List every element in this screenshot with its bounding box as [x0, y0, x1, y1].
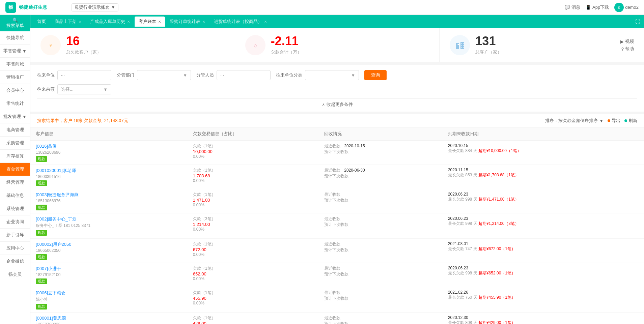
tab-customer-account-close[interactable]: ✕: [158, 20, 161, 24]
retail-mgmt-label: 零售管理: [3, 48, 21, 54]
sidebar-item-retail-stats[interactable]: 零售统计: [0, 97, 30, 110]
sidebar-item-retail-mgmt[interactable]: 零售管理 ▼: [0, 45, 30, 58]
tab-purchase-order-close[interactable]: ✕: [202, 20, 205, 24]
filter-dept: 分管部门 ▼: [117, 70, 191, 80]
refresh-dot-icon: [624, 119, 627, 122]
stat-info-debt-customers: 16 总欠款客户（家）: [66, 35, 101, 55]
stat-card-total-customers: 131 总客户（家） ▶ 视频 ? 帮助: [440, 28, 644, 62]
store-dropdown-icon: ▼: [111, 5, 115, 10]
search-button[interactable]: 查询: [364, 70, 387, 80]
sidebar-item-finance[interactable]: 资金管理: [0, 163, 30, 176]
balance-placeholder: 选择...: [61, 86, 74, 92]
refresh-btn[interactable]: 刷新: [624, 118, 637, 124]
sidebar-item-quick-nav[interactable]: 快捷导航: [0, 31, 30, 45]
result-middle: 欠款金额: [84, 118, 103, 123]
phone-icon: 📱: [586, 5, 591, 10]
user-name: demo2: [625, 5, 639, 10]
cell-customer-3: [0002]服务中心_丁磊 服务中心_丁磊 181 0125 8371 现款: [30, 213, 188, 239]
overdue-amount-3[interactable]: 超期¥1,214.00（3笔）: [478, 221, 519, 226]
table-toolbar: 搜索结果中，客户 16家 欠款金额 -21,148.07元 排序：按欠款金额倒序…: [30, 114, 644, 127]
sidebar-item-member[interactable]: 会员中心: [0, 84, 30, 97]
sidebar-search[interactable]: 🔍 搜索菜单: [0, 15, 30, 31]
sidebar-item-system[interactable]: 系统管理: [0, 202, 30, 215]
customer-phone-0: 13026203696: [36, 150, 182, 155]
customer-phone-6: 陈小希: [36, 297, 182, 302]
sidebar-item-ecommerce[interactable]: 电商管理: [0, 123, 30, 137]
tab-product-history-close[interactable]: ✕: [127, 20, 130, 24]
tab-product-shelf-close[interactable]: ✕: [79, 20, 81, 24]
sidebar-item-retail-mall[interactable]: 零售商城: [0, 58, 30, 71]
tab-fullscreen-btn[interactable]: ⛶: [634, 18, 641, 26]
sidebar-item-batch-mgmt[interactable]: 批发管理 ▼: [0, 110, 30, 123]
customer-name-4[interactable]: [000002]用户2050: [36, 241, 182, 247]
overdue-amount-7[interactable]: 超期¥429.00（1笔）: [478, 320, 515, 324]
dept-arrow-icon: ▼: [183, 73, 187, 78]
overdue-amount-0[interactable]: 超期¥10,000.00（1笔）: [478, 148, 521, 153]
messages-btn[interactable]: 💬 消息: [565, 4, 580, 10]
tab-purchase-order[interactable]: 采购订单统计表 ✕: [166, 17, 209, 27]
tab-product-shelf[interactable]: 商品上下架 ✕: [51, 17, 85, 27]
quick-nav-label: 快捷导航: [1, 35, 29, 41]
customer-name-6[interactable]: [0006]去下粮仓: [36, 290, 182, 296]
overdue-amount-4[interactable]: 超期¥672.00（1笔）: [478, 246, 515, 251]
help-btn[interactable]: ? 帮助: [621, 46, 634, 52]
sidebar-item-enterprise-collab[interactable]: 企业协同: [0, 215, 30, 229]
sort-info[interactable]: 排序：按欠款金额倒序排序 ▼: [545, 118, 604, 124]
customer-name-5[interactable]: [0007]小进干: [36, 266, 182, 272]
tab-inventory-stats[interactable]: 进货单统计表（按商品） ✕: [210, 17, 271, 27]
due-date-2: 2020.06.23: [448, 192, 639, 197]
customer-name-3[interactable]: [0002]服务中心_丁磊: [36, 216, 182, 222]
customer-name-1[interactable]: [0001020001]李老师: [36, 168, 182, 174]
source-unit-input[interactable]: ···: [57, 70, 111, 80]
app-download-btn[interactable]: 📱 App下载: [586, 4, 609, 10]
customer-name-2[interactable]: [0003]畅捷服务尹海燕: [36, 192, 182, 198]
balance-select[interactable]: 选择... ▼: [57, 84, 111, 94]
sidebar-item-enterprise-wechat[interactable]: 企业微信: [0, 255, 30, 268]
sidebar-item-basic-info[interactable]: 基础信息: [0, 189, 30, 202]
sort-label: 排序：按欠款金额倒序排序: [545, 118, 598, 124]
customer-name-0[interactable]: [0016]吕俊: [36, 143, 182, 149]
overdue-amount-6[interactable]: 超期¥455.90（1笔）: [478, 295, 515, 300]
store-selector[interactable]: 母婴行业演示账套 ▼: [72, 3, 118, 11]
sidebar-item-purchase[interactable]: 采购管理: [0, 137, 30, 150]
filter-collapse-btn[interactable]: ∧ 收起更多条件: [37, 98, 637, 109]
person-input[interactable]: ···: [217, 70, 271, 80]
last-collect-label-7: 最近收款: [324, 315, 437, 321]
tab-minimize-btn[interactable]: —: [624, 18, 631, 26]
col-collection: 回收情况: [319, 127, 443, 141]
stats-banner: ¥ 16 总欠款客户（家） ◇ -2.11 欠款合计（万）: [30, 28, 644, 62]
person-label: 分管人员: [196, 72, 214, 78]
debt-pct-4: 0.00%: [193, 252, 313, 257]
last-collect-label-2: 最近收款: [324, 192, 437, 198]
tab-inventory-stats-close[interactable]: ✕: [264, 20, 267, 24]
video-btn[interactable]: ▶ 视频: [620, 38, 634, 45]
sidebar-item-app-center[interactable]: 应用中心: [0, 242, 30, 255]
cell-customer-7: [000001]黄思源 13552700226 现款: [30, 313, 188, 324]
user-profile[interactable]: d demo2: [614, 3, 639, 12]
cell-due-date-0: 2020.10.15 最长欠款 884 天 超期¥10,000.00（1笔）: [443, 141, 644, 165]
debt-amount-6: 455.90: [193, 296, 313, 301]
customer-name-7[interactable]: [000001]黄思源: [36, 315, 182, 321]
unit-category-label: 往来单位分类: [276, 72, 302, 78]
export-btn[interactable]: 导出: [608, 118, 620, 124]
unit-category-select[interactable]: ▼: [305, 70, 359, 80]
cell-collection-7: 最近收款 预计下次收款: [319, 313, 443, 324]
basic-info-label: 基础信息: [1, 193, 29, 199]
overdue-amount-5[interactable]: 超期¥652.00（1笔）: [478, 271, 515, 275]
sidebar-item-inventory[interactable]: 库存核算: [0, 150, 30, 163]
overdue-amount-2[interactable]: 超期¥1,471.00（1笔）: [478, 197, 519, 202]
sidebar-item-marketing[interactable]: 营销推广: [0, 71, 30, 84]
svg-rect-4: [461, 43, 462, 44]
sidebar-item-new-guide[interactable]: 新手引导: [0, 229, 30, 242]
due-date-5: 2020.06.23: [448, 266, 639, 270]
tab-product-history[interactable]: 产成品入库单历史 ✕: [86, 17, 134, 27]
overdue-amount-1[interactable]: 超期¥1,703.68（1笔）: [478, 173, 519, 177]
system-label: 系统管理: [1, 206, 29, 212]
sidebar-item-vip[interactable]: 畅会员: [0, 268, 30, 281]
sidebar-item-business-mgmt[interactable]: 经营管理: [0, 176, 30, 189]
main-content: 首页 商品上下架 ✕ 产成品入库单历史 ✕ 客户账本 ✕ 采购订单统计表 ✕ 进…: [30, 15, 644, 324]
dept-select[interactable]: ▼: [137, 70, 191, 80]
tab-customer-account[interactable]: 客户账本 ✕: [135, 17, 165, 27]
tab-home[interactable]: 首页: [33, 17, 50, 27]
next-collect-1: 预计下次收款: [324, 173, 437, 179]
